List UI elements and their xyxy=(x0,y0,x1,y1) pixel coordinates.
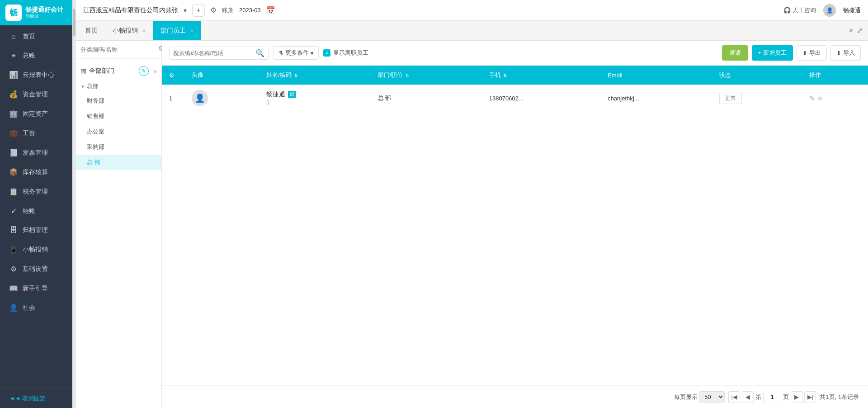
sidebar-item-expense[interactable]: 📱 小畅报销 xyxy=(0,240,72,259)
expense-icon: 📱 xyxy=(9,245,18,254)
collapse-button[interactable]: « xyxy=(153,67,157,75)
social-icon: 👤 xyxy=(9,304,18,312)
dept-parent-head: ▼ 总部 xyxy=(76,80,161,93)
name-sort-icon[interactable]: ⇅ xyxy=(294,73,298,78)
last-page-button[interactable]: ▶| xyxy=(804,391,816,403)
dept-item-office[interactable]: 办公室 xyxy=(76,124,161,139)
export-button[interactable]: ⬆ 导出 xyxy=(797,45,827,61)
reports-icon: 📊 xyxy=(9,71,18,79)
row-status: 正常 xyxy=(712,85,802,112)
period-label: 账期 xyxy=(222,6,234,14)
sidebar-item-archive[interactable]: 🗄 归档管理 xyxy=(0,221,72,240)
calendar-icon[interactable]: 📅 xyxy=(266,6,275,14)
employee-code: 0 xyxy=(266,100,363,106)
unpin-sidebar-button[interactable]: ◄◄ 取消固定 xyxy=(0,389,72,408)
sidebar-item-tax-label: 税务管理 xyxy=(23,188,48,196)
sidebar-item-salary-label: 工资 xyxy=(23,129,35,138)
filter-chevron-icon: ▾ xyxy=(311,50,314,57)
sidebar-item-invoice[interactable]: 🧾 发票管理 xyxy=(0,143,72,162)
table-row: 1 👤 畅捷通 部 0 xyxy=(162,85,868,112)
col-dept[interactable]: 部门/职位 ⇅ xyxy=(371,66,482,85)
row-email: chanjethkj... xyxy=(600,85,712,112)
dept-edit-button[interactable]: ✎ xyxy=(139,66,149,76)
dept-parent-label: 总部 xyxy=(87,82,99,90)
tab-close-button[interactable]: × xyxy=(849,27,853,35)
filter-button[interactable]: ⚗ 更多条件 ▾ xyxy=(273,46,319,60)
toolbar-right: 邀请 + 新增员工 ⬆ 导出 ⬇ 导入 xyxy=(722,45,861,61)
inventory-icon: 📦 xyxy=(9,168,18,176)
sidebar-item-ledger-label: 总账 xyxy=(23,52,35,60)
sidebar-item-finance-label: 资金管理 xyxy=(23,90,48,99)
tab-expense[interactable]: 小畅报销 × xyxy=(105,21,153,40)
row-avatar: 👤 xyxy=(184,85,259,112)
status-badge: 正常 xyxy=(719,93,742,104)
logo-area: 畅 畅捷通好会计 旗舰版 xyxy=(0,0,72,25)
col-name[interactable]: 姓名/编码 ⇅ xyxy=(259,66,370,85)
sidebar-item-social[interactable]: 👤 社会 xyxy=(0,298,72,318)
sidebar-item-home[interactable]: ⌂ 首页 xyxy=(0,27,72,46)
logout-icon[interactable]: ⎋ xyxy=(818,95,822,102)
topbar-right: 🎧 人工咨询 👤 畅捷通 xyxy=(783,4,861,17)
add-company-button[interactable]: + xyxy=(192,4,205,17)
sidebar-item-salary[interactable]: 💼 工资 xyxy=(0,123,72,143)
dept-sort-icon[interactable]: ⇅ xyxy=(406,73,409,78)
employee-search-input[interactable] xyxy=(173,50,254,57)
tab-department[interactable]: 部门员工 × xyxy=(153,21,201,40)
support-button[interactable]: 🎧 人工咨询 xyxy=(783,6,816,14)
invite-button[interactable]: 邀请 xyxy=(722,45,748,61)
sidebar-item-finance[interactable]: 💰 资金管理 xyxy=(0,85,72,104)
dept-arrow-icon: ▼ xyxy=(80,84,85,89)
per-page-select[interactable]: 50 100 200 xyxy=(699,391,725,403)
row-actions: ✎ ⎋ xyxy=(802,85,868,112)
prev-page-button[interactable]: ◀ xyxy=(742,391,754,403)
sidebar-item-inventory[interactable]: 📦 库存核算 xyxy=(0,162,72,182)
tab-department-close[interactable]: × xyxy=(190,28,193,34)
sidebar: 畅 畅捷通好会计 旗舰版 ⌂ 首页 ≡ 总账 📊 云报表中心 💰 资金管理 🏢 … xyxy=(0,0,72,408)
salary-icon: 💼 xyxy=(9,129,18,138)
sidebar-item-assets[interactable]: 🏢 固定资产 xyxy=(0,104,72,123)
tab-expand-button[interactable]: ⤢ xyxy=(857,26,863,35)
sidebar-item-tax[interactable]: 📋 税务管理 xyxy=(0,182,72,201)
row-dept: 总 部 xyxy=(371,85,482,112)
sidebar-item-reports[interactable]: 📊 云报表中心 xyxy=(0,65,72,85)
dept-item-finance[interactable]: 财务部 xyxy=(76,93,161,109)
import-button[interactable]: ⬇ 导入 xyxy=(830,45,861,61)
edit-icon[interactable]: ✎ xyxy=(809,95,815,102)
sidebar-item-checkout[interactable]: ✓ 结账 xyxy=(0,201,72,221)
employee-panel: 🔍 ⚗ 更多条件 ▾ ✓ 显示离职员工 邀请 + 新增员工 ⬆ 导出 xyxy=(162,41,868,408)
show-resigned-checkbox[interactable]: ✓ xyxy=(323,49,330,57)
sidebar-item-settings-label: 基础设置 xyxy=(23,265,48,273)
phone-sort-icon[interactable]: ⇅ xyxy=(503,73,507,78)
sidebar-item-settings[interactable]: ⚙ 基础设置 xyxy=(0,259,72,279)
sidebar-item-invoice-label: 发票管理 xyxy=(23,149,48,157)
dept-item-purchase[interactable]: 采购部 xyxy=(76,139,161,155)
import-label: 导入 xyxy=(843,49,855,57)
company-dropdown-button[interactable]: ▾ xyxy=(184,7,187,14)
all-departments-item[interactable]: ▦ 全部部门 ✎ « xyxy=(76,62,161,80)
page-input[interactable] xyxy=(763,392,781,402)
sidebar-item-ledger[interactable]: ≡ 总账 xyxy=(0,46,72,65)
first-page-button[interactable]: |◀ xyxy=(728,391,740,403)
dept-item-general[interactable]: 总 部 xyxy=(76,155,161,170)
tab-home[interactable]: 首页 xyxy=(78,21,105,40)
sidebar-item-guide[interactable]: 📖 新手引导 xyxy=(0,279,72,298)
tab-expense-close[interactable]: × xyxy=(142,28,146,34)
col-phone[interactable]: 手机 ⇅ xyxy=(482,66,600,85)
employee-list: 1 👤 畅捷通 部 0 xyxy=(162,85,868,112)
col-settings[interactable]: ⚙ xyxy=(162,66,184,85)
settings-gear-button[interactable]: ⚙ xyxy=(210,6,217,14)
sidebar-scrollbar[interactable] xyxy=(72,0,76,408)
search-icon[interactable]: 🔍 xyxy=(255,49,264,57)
col-status: 状态 xyxy=(712,66,802,85)
assets-icon: 🏢 xyxy=(9,109,18,118)
add-employee-button[interactable]: + 新增员工 xyxy=(752,45,793,61)
dept-search-input[interactable] xyxy=(80,46,156,53)
col-email: Email xyxy=(600,66,712,85)
table-settings-icon[interactable]: ⚙ xyxy=(169,72,175,79)
dept-badge: 部 xyxy=(288,91,296,98)
ledger-icon: ≡ xyxy=(9,52,18,60)
sidebar-item-assets-label: 固定资产 xyxy=(23,110,48,118)
next-page-button[interactable]: ▶ xyxy=(791,391,802,403)
show-resigned-area: ✓ 显示离职员工 xyxy=(323,49,368,57)
dept-item-sales[interactable]: 销售部 xyxy=(76,109,161,124)
